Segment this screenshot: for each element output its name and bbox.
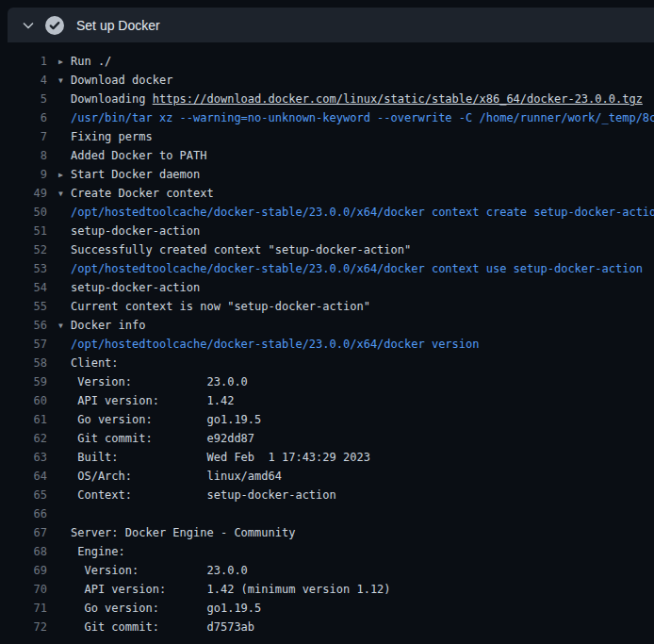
line-number[interactable]: 66 <box>8 504 47 523</box>
log-text: Go version: go1.19.5 <box>71 413 261 426</box>
line-number[interactable]: 70 <box>8 580 47 599</box>
line-number[interactable]: 7 <box>8 127 47 146</box>
line-number[interactable]: 58 <box>8 354 47 372</box>
line-number[interactable]: 67 <box>8 523 47 542</box>
line-number[interactable]: 51 <box>8 222 47 240</box>
log-text: Go version: go1.19.5 <box>71 602 261 615</box>
line-number[interactable]: 55 <box>8 297 47 316</box>
line-number[interactable]: 56 <box>8 316 47 335</box>
log-line: 54 setup-docker-action <box>0 278 654 297</box>
line-number[interactable]: 54 <box>8 278 47 297</box>
line-number[interactable]: 65 <box>8 486 47 504</box>
line-content: Context: setup-docker-action <box>58 486 336 504</box>
group-title[interactable]: Start Docker daemon <box>71 168 200 181</box>
log-text: Current context is now "setup-docker-act… <box>71 300 370 313</box>
line-number[interactable]: 71 <box>8 599 47 618</box>
log-text: Server: Docker Engine - Community <box>71 526 295 539</box>
log-text: setup-docker-action <box>71 281 200 294</box>
group-title[interactable]: Download docker <box>71 74 172 87</box>
line-content: API version: 1.42 <box>58 391 234 410</box>
line-content: ▶Start Docker daemon <box>58 165 200 184</box>
line-number[interactable]: 60 <box>8 391 47 410</box>
line-number[interactable]: 6 <box>8 108 47 127</box>
line-content: Version: 23.0.0 <box>58 561 248 580</box>
log-text: Downloading <box>71 92 153 106</box>
log-line: 1 ▶Run ./ <box>0 52 654 71</box>
log-text: Client: <box>71 356 119 370</box>
group-title[interactable]: Run ./ <box>71 55 111 68</box>
log-text: OS/Arch: linux/amd64 <box>71 470 282 483</box>
chevron-down-icon[interactable] <box>19 16 38 35</box>
line-content: Successfully created context "setup-dock… <box>58 240 411 259</box>
log-line: 70 API version: 1.42 (minimum version 1.… <box>0 580 654 599</box>
line-content: Downloading https://download.docker.com/… <box>58 90 643 108</box>
group-title[interactable]: Create Docker context <box>71 187 214 200</box>
step-header[interactable]: Set up Docker <box>8 8 654 42</box>
log-line: 51 setup-docker-action <box>0 222 654 240</box>
line-content: ▼Download docker <box>58 71 172 90</box>
line-number[interactable]: 63 <box>8 448 47 467</box>
log-line: 57 /opt/hostedtoolcache/docker-stable/23… <box>0 335 654 354</box>
log-line: 9 ▶Start Docker daemon <box>0 165 654 184</box>
expand-group-icon[interactable]: ▶ <box>58 53 71 72</box>
log-line: 56 ▼Docker info <box>0 316 654 335</box>
line-content: Version: 23.0.0 <box>58 372 248 391</box>
log-line: 62 Git commit: e92dd87 <box>0 429 654 448</box>
line-content: ▼Docker info <box>58 316 145 335</box>
line-content: OS/Arch: linux/amd64 <box>58 467 282 486</box>
line-content: Go version: go1.19.5 <box>58 599 261 618</box>
log-line: 8 Added Docker to PATH <box>0 146 654 165</box>
line-content: setup-docker-action <box>58 278 200 297</box>
line-content: Current context is now "setup-docker-act… <box>58 297 370 316</box>
log-line: 53 /opt/hostedtoolcache/docker-stable/23… <box>0 259 654 278</box>
log-lines: 1 ▶Run ./ 4 ▼Download docker 5 Downloadi… <box>0 52 654 636</box>
log-line: 68 Engine: <box>0 542 654 561</box>
log-text: Context: setup-docker-action <box>71 488 336 502</box>
log-line: 66 <box>0 504 654 523</box>
line-number[interactable]: 69 <box>8 561 47 580</box>
command-text: /usr/bin/tar xz --warning=no-unknown-key… <box>71 111 654 124</box>
log-line: 55 Current context is now "setup-docker-… <box>0 297 654 316</box>
line-number[interactable]: 9 <box>8 165 47 184</box>
log-text: setup-docker-action <box>71 224 200 238</box>
log-line: 67 Server: Docker Engine - Community <box>0 523 654 542</box>
line-number[interactable]: 57 <box>8 335 47 354</box>
log-link[interactable]: https://download.docker.com/linux/static… <box>153 92 643 106</box>
line-number[interactable]: 61 <box>8 410 47 429</box>
line-content: Engine: <box>58 542 125 561</box>
expand-group-icon[interactable]: ▶ <box>58 166 71 185</box>
log-line: 58 Client: <box>0 354 654 372</box>
log-line: 7 Fixing perms <box>0 127 654 146</box>
line-number[interactable]: 50 <box>8 203 47 222</box>
line-number[interactable]: 49 <box>8 184 47 203</box>
line-number[interactable]: 52 <box>8 240 47 259</box>
collapse-group-icon[interactable]: ▼ <box>58 72 71 91</box>
log-text: Added Docker to PATH <box>71 149 207 162</box>
collapse-group-icon[interactable]: ▼ <box>58 185 71 204</box>
log-line: 50 /opt/hostedtoolcache/docker-stable/23… <box>0 203 654 222</box>
log-text: Version: 23.0.0 <box>71 375 248 388</box>
line-number[interactable]: 72 <box>8 618 47 636</box>
line-content: Git commit: e92dd87 <box>58 429 254 448</box>
log-line: 69 Version: 23.0.0 <box>0 561 654 580</box>
line-number[interactable]: 68 <box>8 542 47 561</box>
group-title[interactable]: Docker info <box>71 319 145 332</box>
line-number[interactable]: 8 <box>8 146 47 165</box>
line-number[interactable]: 59 <box>8 372 47 391</box>
line-number[interactable]: 4 <box>8 71 47 90</box>
log-text: API version: 1.42 <box>71 394 234 407</box>
log-line: 61 Go version: go1.19.5 <box>0 410 654 429</box>
line-number[interactable]: 64 <box>8 467 47 486</box>
line-number[interactable]: 5 <box>8 90 47 108</box>
log-line: 71 Go version: go1.19.5 <box>0 599 654 618</box>
line-content: /opt/hostedtoolcache/docker-stable/23.0.… <box>58 203 654 222</box>
log-line: 72 Git commit: d7573ab <box>0 618 654 636</box>
log-line: 5 Downloading https://download.docker.co… <box>0 90 654 108</box>
line-number[interactable]: 1 <box>8 52 47 71</box>
log-line: 60 API version: 1.42 <box>0 391 654 410</box>
log-line: 4 ▼Download docker <box>0 71 654 90</box>
command-text: /opt/hostedtoolcache/docker-stable/23.0.… <box>71 338 479 351</box>
line-number[interactable]: 62 <box>8 429 47 448</box>
line-number[interactable]: 53 <box>8 259 47 278</box>
collapse-group-icon[interactable]: ▼ <box>58 317 71 336</box>
